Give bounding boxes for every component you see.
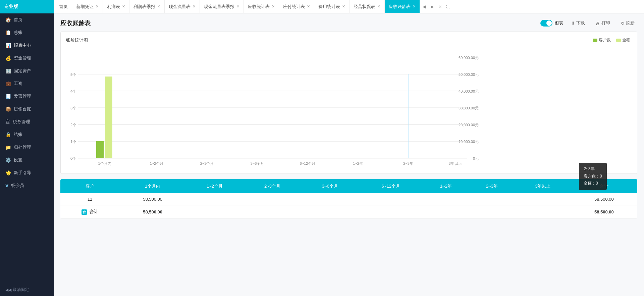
- sidebar-item-home[interactable]: 🏠 首页: [0, 13, 54, 26]
- home-icon: 🏠: [5, 17, 11, 22]
- sidebar-item-guide[interactable]: 🌟 新手引导: [0, 166, 54, 179]
- print-button[interactable]: 🖨 打印: [593, 19, 613, 28]
- toggle-track: [540, 20, 552, 27]
- tab-operation-close[interactable]: ✕: [377, 4, 380, 9]
- tab-cashflow-quarterly[interactable]: 现金流量表季报 ✕: [200, 0, 244, 13]
- refresh-icon: ↻: [621, 21, 625, 26]
- col-y3plus: 3年以上: [515, 179, 571, 193]
- tab-profit[interactable]: 利润表 ✕: [103, 0, 129, 13]
- tab-scroll-left[interactable]: ◀: [420, 0, 428, 13]
- stock-icon: 📦: [5, 106, 11, 112]
- print-icon: 🖨: [596, 21, 600, 26]
- sidebar-item-ledger[interactable]: 📋 总账: [0, 26, 54, 39]
- tab-operation-label: 经营状况表: [354, 4, 375, 10]
- legend-amount-color: [616, 39, 621, 42]
- sidebar-item-archive[interactable]: 📁 归档管理: [0, 141, 54, 154]
- sidebar-item-vip[interactable]: V 畅会员: [0, 179, 54, 192]
- svg-text:50,000.00元: 50,000.00元: [459, 72, 479, 77]
- tab-aging[interactable]: 应收账龄表 ✕: [385, 0, 420, 13]
- tab-expense-stat-label: 费用统计表: [318, 4, 340, 10]
- sidebar-item-reports[interactable]: 📊 报表中心: [0, 39, 54, 52]
- tab-voucher-close[interactable]: ✕: [96, 4, 99, 9]
- svg-text:1个月内: 1个月内: [98, 161, 111, 165]
- tab-receivable-stat[interactable]: 应收统计表 ✕: [244, 0, 279, 13]
- tab-cashflow-quarterly-label: 现金流量表季报: [204, 4, 234, 10]
- sidebar-item-label: 首页: [14, 17, 22, 23]
- tab-scroll-right[interactable]: ▶: [428, 0, 436, 13]
- svg-text:5个: 5个: [70, 72, 76, 77]
- sidebar-unpin-button[interactable]: ◀◀ 取消固定: [0, 284, 54, 296]
- guide-icon: 🌟: [5, 170, 11, 176]
- tax-icon: 🏛: [5, 119, 10, 125]
- tab-expense-stat[interactable]: 费用统计表 ✕: [314, 0, 350, 13]
- total-y3plus: [515, 205, 571, 218]
- sidebar: 专业版 🏠 首页 📋 总账 📊 报表中心 💰 资金管理 🏢 固定资产 💼 工资 …: [0, 0, 54, 296]
- app-logo: 专业版: [0, 0, 54, 13]
- tab-close-all[interactable]: ✕: [436, 0, 444, 13]
- tab-payable-stat[interactable]: 应付统计表 ✕: [279, 0, 314, 13]
- legend-customers-color: [593, 39, 597, 42]
- tab-bar: 首页 新增凭证 ✕ 利润表 ✕ 利润表季报 ✕ 现金流量表 ✕ 现金流量表季报 …: [54, 0, 644, 13]
- svg-text:0元: 0元: [473, 156, 479, 160]
- tab-expense-stat-close[interactable]: ✕: [342, 4, 345, 9]
- bar-customers-1month: [96, 141, 104, 158]
- assets-icon: 🏢: [5, 68, 11, 73]
- download-button[interactable]: ⬇ 下载: [569, 19, 588, 28]
- archive-icon: 📁: [5, 145, 11, 150]
- col-m2-3: 2~3个月: [244, 179, 301, 193]
- sidebar-item-close[interactable]: 🔒 结账: [0, 128, 54, 141]
- svg-text:1~2个月: 1~2个月: [150, 161, 164, 165]
- tab-payable-stat-close[interactable]: ✕: [307, 4, 310, 9]
- total-total: 58,500.00: [571, 205, 637, 218]
- svg-text:1个: 1个: [70, 140, 76, 144]
- tab-voucher[interactable]: 新增凭证 ✕: [72, 0, 103, 13]
- total-m3-6: [301, 205, 359, 218]
- toggle-thumb: [546, 20, 552, 26]
- sidebar-item-label: 报表中心: [14, 42, 31, 48]
- tab-maximize[interactable]: ⛶: [444, 0, 452, 13]
- print-label: 打印: [601, 20, 610, 26]
- refresh-button[interactable]: ↻ 刷新: [618, 19, 637, 28]
- legend-customers-label: 客户数: [599, 37, 611, 43]
- svg-text:3~6个月: 3~6个月: [251, 161, 264, 165]
- svg-text:2~3个月: 2~3个月: [200, 161, 214, 165]
- chart-svg-wrap: 0个 1个 2个 3个 4个 5个 0元 10,000.00元 20,000.0…: [66, 47, 632, 168]
- tab-profit-quarterly-close[interactable]: ✕: [157, 4, 160, 9]
- svg-text:3个: 3个: [70, 106, 76, 110]
- col-m6-12: 6~12个月: [359, 179, 423, 193]
- refresh-label: 刷新: [626, 20, 635, 26]
- tab-cashflow-close[interactable]: ✕: [193, 4, 196, 9]
- page-header: 应收账龄表 图表 ⬇ 下载 🖨 打印 ↻ 刷新: [60, 19, 637, 28]
- tab-profit-quarterly[interactable]: 利润表季报 ✕: [129, 0, 165, 13]
- tab-receivable-stat-close[interactable]: ✕: [272, 4, 275, 9]
- tab-profit-close[interactable]: ✕: [122, 4, 125, 9]
- chart-toggle[interactable]: 图表: [540, 20, 563, 27]
- sidebar-item-salary[interactable]: 💼 工资: [0, 77, 54, 90]
- tab-operation[interactable]: 经营状况表 ✕: [350, 0, 385, 13]
- sidebar-item-assets[interactable]: 🏢 固定资产: [0, 64, 54, 77]
- total-y2-3: [469, 205, 515, 218]
- sidebar-item-stock[interactable]: 📦 进销台账: [0, 103, 54, 115]
- tab-aging-close[interactable]: ✕: [413, 4, 416, 9]
- tab-cashflow[interactable]: 现金流量表 ✕: [165, 0, 200, 13]
- col-m1-2: 1~2个月: [186, 179, 244, 193]
- svg-text:4个: 4个: [70, 89, 76, 93]
- sidebar-item-invoice[interactable]: 🧾 发票管理: [0, 90, 54, 103]
- tab-home[interactable]: 首页: [55, 0, 72, 13]
- col-y2-3: 2~3年: [469, 179, 515, 193]
- sidebar-item-label: 畅会员: [11, 183, 24, 189]
- tab-cashflow-quarterly-close[interactable]: ✕: [236, 4, 239, 9]
- total-m6-12: [359, 205, 423, 218]
- svg-text:1~2年: 1~2年: [353, 161, 363, 165]
- sidebar-item-settings[interactable]: ⚙️ 设置: [0, 154, 54, 166]
- chart-legend: 客户数 金额: [593, 37, 630, 43]
- bar-amount-1month: [105, 77, 112, 158]
- total-y1-2: [423, 205, 469, 218]
- sidebar-item-label: 归档管理: [14, 144, 31, 150]
- sidebar-item-tax[interactable]: 🏛 税务管理: [0, 115, 54, 128]
- aging-table: 客户 1个月内 1~2个月 2~3个月 3~6个月 6~12个月 1~2年 2~…: [60, 179, 637, 218]
- total-m2-3: [244, 205, 301, 218]
- sidebar-item-funds[interactable]: 💰 资金管理: [0, 52, 54, 64]
- chart-svg: 0个 1个 2个 3个 4个 5个 0元 10,000.00元 20,000.0…: [66, 47, 482, 168]
- cell-m1: 58,500.00: [119, 193, 186, 205]
